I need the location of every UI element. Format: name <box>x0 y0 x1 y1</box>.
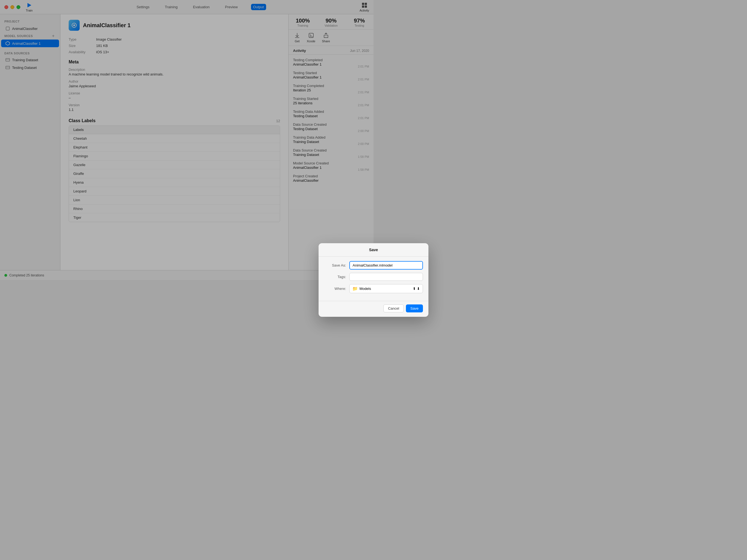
modal-title: Save <box>318 243 374 257</box>
save-as-input[interactable] <box>349 261 374 270</box>
save-as-label: Save As: <box>324 263 346 267</box>
tags-row: Tags: <box>324 273 374 280</box>
tags-input[interactable] <box>349 273 374 280</box>
tags-label: Tags: <box>324 275 346 279</box>
save-as-row: Save As: <box>324 261 374 270</box>
modal-overlay: Save Save As: Tags: Where: 📁 Models ⬆ <box>0 0 374 280</box>
modal-body: Save As: Tags: Where: 📁 Models ⬆ ⬇ <box>318 257 374 280</box>
save-modal: Save Save As: Tags: Where: 📁 Models ⬆ <box>318 243 374 280</box>
